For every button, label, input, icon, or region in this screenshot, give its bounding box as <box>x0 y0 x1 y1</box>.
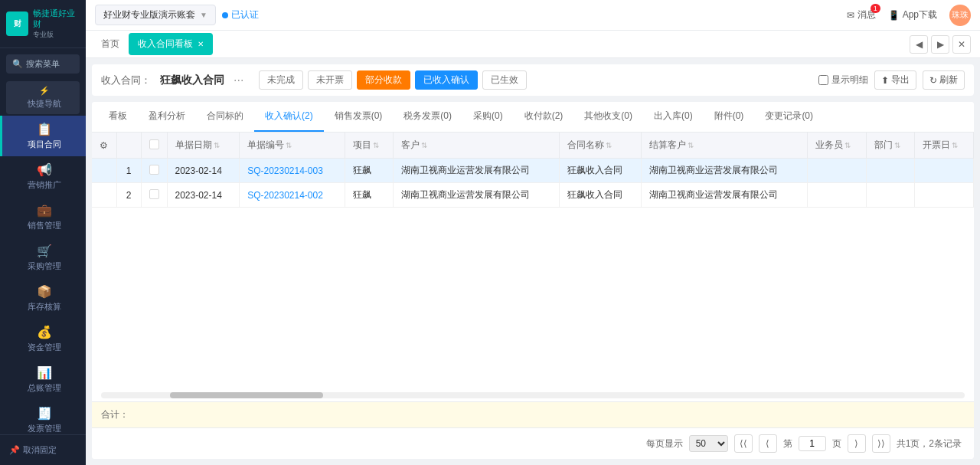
row-num: 2 <box>116 183 141 208</box>
sidebar-item-project[interactable]: 📋项目合同 <box>0 116 86 156</box>
home-tab[interactable]: 首页 <box>95 33 126 55</box>
tab-close-icon[interactable]: ✕ <box>198 40 204 48</box>
col-date[interactable]: 单据日期⇅ <box>167 133 240 159</box>
row-check[interactable] <box>141 183 167 208</box>
inner-tab-income_confirm[interactable]: 收入确认(2) <box>254 102 324 132</box>
table-row[interactable]: 2 2023-02-14 SQ-20230214-002 狂飙 湖南卫视商业运营… <box>92 183 974 208</box>
inner-tab-bar: 看板盈利分析合同标的收入确认(2)销售发票(0)税务发票(0)采购(0)收付款(… <box>92 102 974 133</box>
company-selector[interactable]: 好业财专业版演示账套 ▼ <box>95 5 216 25</box>
row-settings[interactable] <box>92 183 116 208</box>
tab-next-button[interactable]: ▶ <box>931 35 949 54</box>
col-department[interactable]: 部门⇅ <box>866 133 914 159</box>
message-icon: ✉ <box>847 10 854 21</box>
row-checkbox-1[interactable] <box>149 189 159 199</box>
refresh-button[interactable]: ↻ 刷新 <box>923 70 965 90</box>
export-button[interactable]: ⬆ 导出 <box>874 70 916 90</box>
table-row[interactable]: 1 2023-02-14 SQ-20230214-003 狂飙 湖南卫视商业运营… <box>92 159 974 183</box>
more-options-icon[interactable]: ··· <box>234 74 243 87</box>
app-download-button[interactable]: 📱 App下载 <box>888 8 937 21</box>
row-customer: 湖南卫视商业运营发展有限公司 <box>393 183 559 208</box>
tabbar-navigation: ◀ ▶ ✕ <box>910 35 971 54</box>
row-end-customer: 湖南卫视商业运营发展有限公司 <box>641 159 807 183</box>
show-detail-input[interactable] <box>818 75 828 85</box>
col-end_customer[interactable]: 结算客户⇅ <box>641 133 807 159</box>
status-partial_collected[interactable]: 部分收款 <box>357 70 410 90</box>
status-buttons: 未完成未开票部分收款已收入确认已生效 <box>259 70 527 90</box>
tab-close-button[interactable]: ✕ <box>952 35 971 54</box>
show-detail-checkbox[interactable]: 显示明细 <box>818 74 868 87</box>
first-page-button[interactable]: ⟨⟨ <box>734 434 753 453</box>
status-confirmed[interactable]: 已收入确认 <box>415 70 478 90</box>
table-footer: 合计： <box>92 401 974 427</box>
refresh-icon: ↻ <box>929 75 937 86</box>
total-label: 合计： <box>101 408 129 421</box>
row-contract-name: 狂飙收入合同 <box>559 159 641 183</box>
col-contract_name[interactable]: 合同名称⇅ <box>559 133 641 159</box>
inner-tab-profit[interactable]: 盈利分析 <box>138 102 196 132</box>
row-date: 2023-02-14 <box>167 183 240 208</box>
company-name: 好业财专业版演示账套 <box>103 8 195 21</box>
sidebar-item-sales[interactable]: 💼销售管理 <box>0 197 86 237</box>
sidebar-item-inventory[interactable]: 📦库存核算 <box>0 278 86 319</box>
tab-prev-button[interactable]: ◀ <box>910 35 928 54</box>
sidebar-item-label: 库存核算 <box>28 301 61 313</box>
col-customer[interactable]: 客户⇅ <box>393 133 559 159</box>
sidebar-item-invoice[interactable]: 🧾发票管理 <box>0 400 86 434</box>
inner-tab-kanban[interactable]: 看板 <box>98 102 138 132</box>
search-menu-button[interactable]: 🔍 搜索菜单 <box>6 54 80 74</box>
row-settings[interactable] <box>92 159 116 183</box>
inner-tab-in_out_stock[interactable]: 出入库(0) <box>643 102 704 132</box>
page-number-input[interactable] <box>799 436 826 451</box>
row-salesperson <box>807 183 866 208</box>
col-project[interactable]: 项目⇅ <box>345 133 393 159</box>
col-open_date[interactable]: 开票日⇅ <box>914 133 973 159</box>
sort-date-icon: ⇅ <box>214 141 220 149</box>
row-date: 2023-02-14 <box>167 159 240 183</box>
settings-icon[interactable]: ⚙ <box>100 140 108 151</box>
inner-tab-change_log[interactable]: 变更记录(0) <box>754 102 824 132</box>
status-uninvoiced[interactable]: 未开票 <box>308 70 352 90</box>
message-button[interactable]: ✉ 消息 1 <box>847 8 876 21</box>
col-settings: ⚙ <box>92 133 116 159</box>
inner-tab-tax_invoice[interactable]: 税务发票(0) <box>393 102 462 132</box>
select-all-checkbox[interactable] <box>149 139 159 149</box>
inner-tab-sales_invoice[interactable]: 销售发票(0) <box>324 102 394 132</box>
row-number-link[interactable]: SQ-20230214-003 <box>247 165 323 176</box>
inner-tab-purchase[interactable]: 采购(0) <box>462 102 514 132</box>
active-tab[interactable]: 收入合同看板 ✕ <box>129 33 213 55</box>
inner-tab-contract_standard[interactable]: 合同标的 <box>196 102 254 132</box>
row-checkbox-0[interactable] <box>149 165 159 175</box>
row-check[interactable] <box>141 159 167 183</box>
capital-icon: 💰 <box>37 325 52 339</box>
logo-text: 畅捷通好业财 专业版 <box>33 8 80 40</box>
sort-salesperson-icon: ⇅ <box>844 141 851 149</box>
row-number[interactable]: SQ-20230214-002 <box>240 183 345 208</box>
inner-tab-other_income[interactable]: 其他收支(0) <box>573 102 643 132</box>
topbar-left: 好业财专业版演示账套 ▼ 已认证 <box>95 5 841 25</box>
horizontal-scrollbar[interactable] <box>101 392 965 398</box>
user-avatar[interactable]: 珠珠 <box>949 5 971 26</box>
search-area: 🔍 搜索菜单 <box>0 48 86 80</box>
sidebar-item-purchase[interactable]: 🛒采购管理 <box>0 237 86 278</box>
sidebar-item-general[interactable]: 📊总账管理 <box>0 359 86 400</box>
row-number[interactable]: SQ-20230214-003 <box>240 159 345 183</box>
col-number[interactable]: 单据编号⇅ <box>240 133 345 159</box>
status-effective[interactable]: 已生效 <box>482 70 527 90</box>
sidebar-item-marketing[interactable]: 📢营销推广 <box>0 156 86 197</box>
status-unfinished[interactable]: 未完成 <box>259 70 303 90</box>
page-label-after: 页 <box>832 437 841 450</box>
col-salesperson[interactable]: 业务员⇅ <box>807 133 866 159</box>
unpin-button[interactable]: 📌 取消固定 <box>6 441 80 459</box>
per-page-select[interactable]: 50 100 200 <box>689 435 728 452</box>
inner-tab-attachment[interactable]: 附件(0) <box>704 102 755 132</box>
next-page-button[interactable]: ⟩ <box>848 434 866 453</box>
last-page-button[interactable]: ⟩⟩ <box>872 434 890 453</box>
sidebar-item-quick-nav[interactable]: ⚡ 快捷导航 <box>6 81 80 114</box>
row-customer: 湖南卫视商业运营发展有限公司 <box>393 159 559 183</box>
prev-page-button[interactable]: ⟨ <box>759 434 777 453</box>
scrollbar-thumb[interactable] <box>170 392 323 398</box>
row-open-date <box>914 183 973 208</box>
inner-tab-payment[interactable]: 收付款(2) <box>514 102 574 132</box>
sidebar-item-capital[interactable]: 💰资金管理 <box>0 319 86 359</box>
row-number-link[interactable]: SQ-20230214-002 <box>247 190 323 201</box>
